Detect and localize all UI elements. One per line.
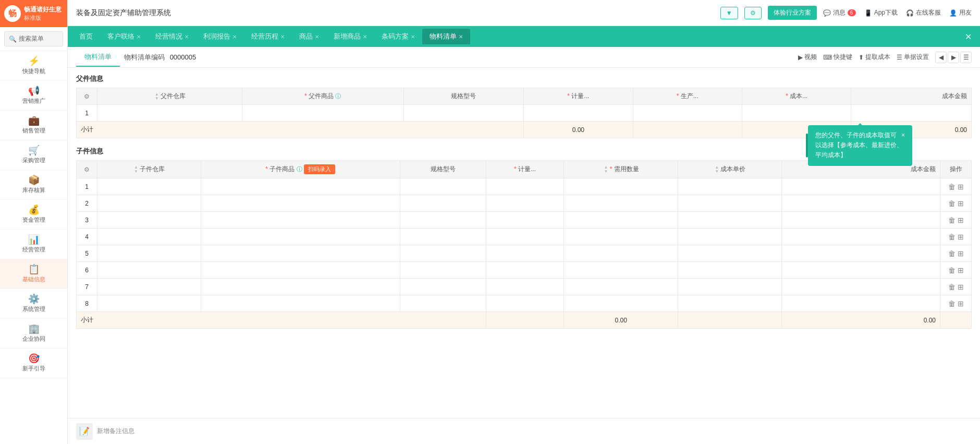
child-unit-6[interactable] [486, 262, 564, 279]
trial-button[interactable]: 体验行业方案 [768, 6, 817, 20]
sidebar-item-sales[interactable]: 💼 销售管理 [0, 111, 67, 140]
tab-operations[interactable]: 经营情况 ✕ [148, 29, 196, 44]
sidebar-item-enterprise[interactable]: 🏢 企业协同 [0, 319, 67, 349]
child-product-7[interactable] [201, 279, 400, 295]
child-quantity-8[interactable] [564, 295, 678, 312]
sidebar-item-system[interactable]: ⚙️ 系统管理 [0, 289, 67, 319]
sidebar-item-inventory[interactable]: 📦 库存核算 [0, 170, 67, 200]
tab-profit[interactable]: 利润报告 ✕ [196, 29, 244, 44]
child-unit-3[interactable] [486, 212, 564, 229]
parent-spec-1[interactable] [403, 105, 524, 122]
sidebar-item-marketing[interactable]: 📢 营销推广 [0, 81, 67, 111]
tab-new-product-close[interactable]: ✕ [363, 34, 367, 40]
sidebar-item-purchase[interactable]: 🛒 采购管理 [0, 140, 67, 170]
parent-production-1[interactable] [633, 105, 742, 122]
child-unit-1[interactable] [486, 178, 564, 195]
child-unit-cost-1[interactable] [678, 178, 782, 195]
shortcut-button[interactable]: ⌨ 快捷键 [823, 53, 852, 62]
child-spec-5[interactable] [400, 245, 486, 262]
child-warehouse-4[interactable] [97, 229, 201, 245]
tab-customer-close[interactable]: ✕ [137, 34, 141, 40]
tab-history-close[interactable]: ✕ [280, 34, 285, 40]
child-spec-3[interactable] [400, 212, 486, 229]
nav-next-button[interactable]: ▶ [948, 52, 959, 63]
child-warehouse-3[interactable] [97, 212, 201, 229]
search-menu-button[interactable]: 🔍 搜索菜单 [4, 31, 63, 46]
child-product-1[interactable] [201, 178, 400, 195]
child-quantity-6[interactable] [564, 262, 678, 279]
sidebar-item-operations[interactable]: 📊 经营管理 [0, 230, 67, 259]
delete-row-7-icon[interactable]: 🗑 [948, 283, 956, 291]
child-warehouse-7[interactable] [97, 279, 201, 295]
copy-row-8-icon[interactable]: ⊞ [958, 299, 964, 308]
child-unit-cost-7[interactable] [678, 279, 782, 295]
child-settings-icon[interactable]: ⚙ [84, 166, 90, 173]
copy-row-3-icon[interactable]: ⊞ [958, 216, 964, 224]
dropdown-button[interactable]: ▼ [720, 7, 738, 19]
child-unit-cost-3[interactable] [678, 212, 782, 229]
child-product-4[interactable] [201, 229, 400, 245]
child-spec-8[interactable] [400, 295, 486, 312]
close-all-tabs[interactable]: ✕ [961, 32, 976, 42]
child-warehouse-5[interactable] [97, 245, 201, 262]
child-unit-cost-4[interactable] [678, 229, 782, 245]
online-service-button[interactable]: 🎧 在线客服 [906, 8, 941, 17]
sidebar-item-finance[interactable]: 💰 资金管理 [0, 200, 67, 230]
child-unit-2[interactable] [486, 195, 564, 212]
child-warehouse-2[interactable] [97, 195, 201, 212]
child-unit-cost-2[interactable] [678, 195, 782, 212]
child-unit-cost-5[interactable] [678, 245, 782, 262]
sidebar-item-guide[interactable]: 🎯 新手引导 [0, 349, 67, 378]
tab-customer[interactable]: 客户联络 ✕ [100, 29, 148, 44]
child-warehouse-6[interactable] [97, 262, 201, 279]
add-note-icon[interactable]: 📝 [76, 423, 93, 440]
sidebar-item-basic-info[interactable]: 📋 基础信息 [0, 259, 67, 289]
copy-row-2-icon[interactable]: ⊞ [958, 199, 964, 208]
child-unit-cost-8[interactable] [678, 295, 782, 312]
child-quantity-1[interactable] [564, 178, 678, 195]
tooltip-close-button[interactable]: × [901, 130, 905, 140]
parent-unit-1[interactable] [524, 105, 633, 122]
tab-products[interactable]: 商品 ✕ [292, 29, 326, 44]
child-quantity-2[interactable] [564, 195, 678, 212]
delete-row-2-icon[interactable]: 🗑 [948, 199, 956, 208]
child-product-2[interactable] [201, 195, 400, 212]
child-quantity-5[interactable] [564, 245, 678, 262]
settings-icon[interactable]: ⚙ [84, 93, 90, 100]
child-spec-2[interactable] [400, 195, 486, 212]
child-unit-cost-6[interactable] [678, 262, 782, 279]
child-spec-6[interactable] [400, 262, 486, 279]
view-button[interactable]: ▶ 视频 [798, 53, 817, 62]
single-setting-button[interactable]: ☰ 单据设置 [897, 53, 929, 62]
delete-row-8-icon[interactable]: 🗑 [948, 299, 956, 308]
child-product-5[interactable] [201, 245, 400, 262]
tab-history[interactable]: 经营历程 ✕ [244, 29, 292, 44]
parent-warehouse-1[interactable] [97, 105, 242, 122]
child-quantity-7[interactable] [564, 279, 678, 295]
child-spec-4[interactable] [400, 229, 486, 245]
cost-button[interactable]: ⬆ 提取成本 [859, 53, 890, 62]
tab-profit-close[interactable]: ✕ [232, 34, 237, 40]
settings-button[interactable]: ⚙ [744, 7, 762, 19]
child-spec-1[interactable] [400, 178, 486, 195]
child-warehouse-8[interactable] [97, 295, 201, 312]
copy-row-4-icon[interactable]: ⊞ [958, 233, 964, 241]
child-unit-4[interactable] [486, 229, 564, 245]
child-product-3[interactable] [201, 212, 400, 229]
nav-menu-button[interactable]: ☰ [960, 52, 972, 63]
tab-operations-close[interactable]: ✕ [185, 34, 189, 40]
delete-row-6-icon[interactable]: 🗑 [948, 266, 956, 274]
sidebar-item-quick-nav[interactable]: ⚡ 快捷导航 [0, 51, 67, 81]
child-warehouse-1[interactable] [97, 178, 201, 195]
tab-new-product[interactable]: 新增商品 ✕ [326, 29, 374, 44]
copy-row-1-icon[interactable]: ⊞ [958, 183, 964, 191]
delete-row-1-icon[interactable]: 🗑 [948, 183, 956, 191]
child-spec-7[interactable] [400, 279, 486, 295]
child-unit-8[interactable] [486, 295, 564, 312]
nav-prev-button[interactable]: ◀ [935, 52, 947, 63]
parent-cost-1[interactable] [742, 105, 851, 122]
copy-row-7-icon[interactable]: ⊞ [958, 283, 964, 291]
tab-barcode-close[interactable]: ✕ [411, 34, 415, 40]
child-quantity-4[interactable] [564, 229, 678, 245]
delete-row-3-icon[interactable]: 🗑 [948, 216, 956, 224]
